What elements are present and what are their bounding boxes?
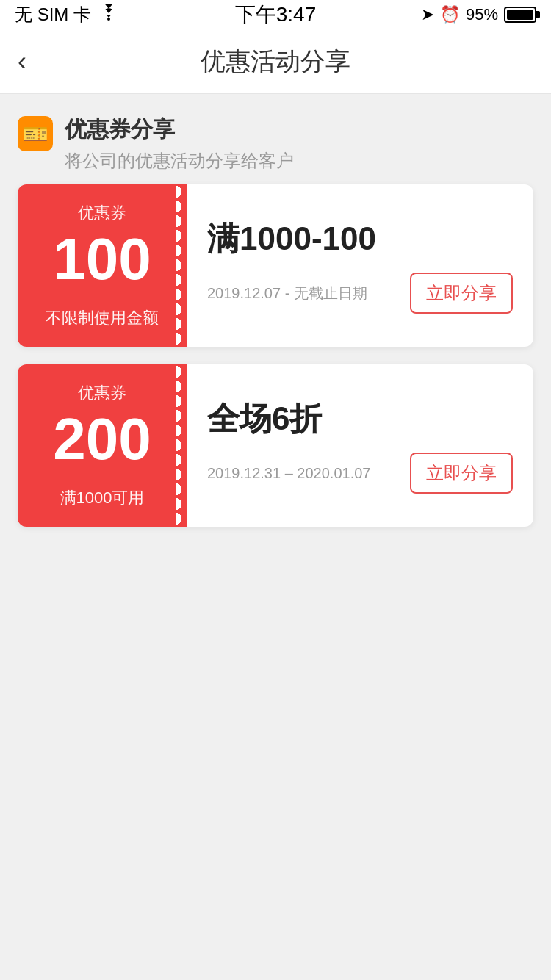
svg-point-0: [107, 18, 110, 21]
wifi-icon: [98, 4, 119, 25]
status-right: ➤ ⏰ 95%: [421, 5, 536, 24]
battery-icon: [504, 7, 536, 23]
coupon-divider-2: [44, 478, 160, 478]
coupon-emoji-icon: 🎫: [23, 122, 48, 146]
bottom-area: [0, 544, 551, 948]
section-text: 优惠券分享 将公司的优惠活动分享给客户: [65, 115, 294, 173]
page-title: 优惠活动分享: [201, 45, 350, 79]
back-button[interactable]: ‹: [18, 46, 26, 77]
coupon-date-2: 2019.12.31 – 2020.01.07: [207, 465, 401, 482]
coupon-card-2: 优惠券 200 满1000可用 全场6折 2019.12.31 – 2020.0…: [18, 364, 533, 527]
coupon-amount-2: 200: [53, 410, 151, 469]
carrier-text: 无 SIM 卡: [15, 3, 91, 26]
battery-percent: 95%: [466, 5, 498, 24]
coupon-label-2: 优惠券: [78, 382, 126, 404]
location-icon: ➤: [421, 5, 434, 24]
coupon-condition-1: 不限制使用金额: [46, 307, 159, 329]
coupon-right-1: 满1000-100 2019.12.07 - 无截止日期 立即分享: [187, 184, 533, 347]
coupon-footer-1: 2019.12.07 - 无截止日期 立即分享: [207, 273, 513, 314]
coupon-condition-2: 满1000可用: [60, 487, 145, 509]
coupon-card-1: 优惠券 100 不限制使用金额 满1000-100 2019.12.07 - 无…: [18, 184, 533, 347]
coupon-left-2: 优惠券 200 满1000可用: [18, 364, 187, 527]
coupon-left-1: 优惠券 100 不限制使用金额: [18, 184, 187, 347]
status-time: 下午3:47: [235, 1, 317, 29]
share-button-2[interactable]: 立即分享: [410, 453, 513, 494]
nav-bar: ‹ 优惠活动分享: [0, 29, 551, 94]
coupon-divider-1: [44, 298, 160, 298]
coupon-list: 优惠券 100 不限制使用金额 满1000-100 2019.12.07 - 无…: [0, 184, 551, 527]
share-button-1[interactable]: 立即分享: [410, 273, 513, 314]
section-subtitle: 将公司的优惠活动分享给客户: [65, 149, 294, 173]
section-icon: 🎫: [18, 116, 53, 151]
coupon-footer-2: 2019.12.31 – 2020.01.07 立即分享: [207, 453, 513, 494]
status-bar: 无 SIM 卡 下午3:47 ➤ ⏰ 95%: [0, 0, 551, 29]
coupon-amount-1: 100: [53, 230, 151, 289]
alarm-icon: ⏰: [440, 5, 460, 24]
coupon-date-1: 2019.12.07 - 无截止日期: [207, 284, 401, 303]
coupon-title-1: 满1000-100: [207, 217, 513, 261]
status-left: 无 SIM 卡: [15, 3, 119, 26]
section-title: 优惠券分享: [65, 115, 294, 145]
coupon-right-2: 全场6折 2019.12.31 – 2020.01.07 立即分享: [187, 364, 533, 527]
section-header: 🎫 优惠券分享 将公司的优惠活动分享给客户: [0, 94, 551, 184]
coupon-label-1: 优惠券: [78, 202, 126, 224]
coupon-title-2: 全场6折: [207, 397, 513, 441]
